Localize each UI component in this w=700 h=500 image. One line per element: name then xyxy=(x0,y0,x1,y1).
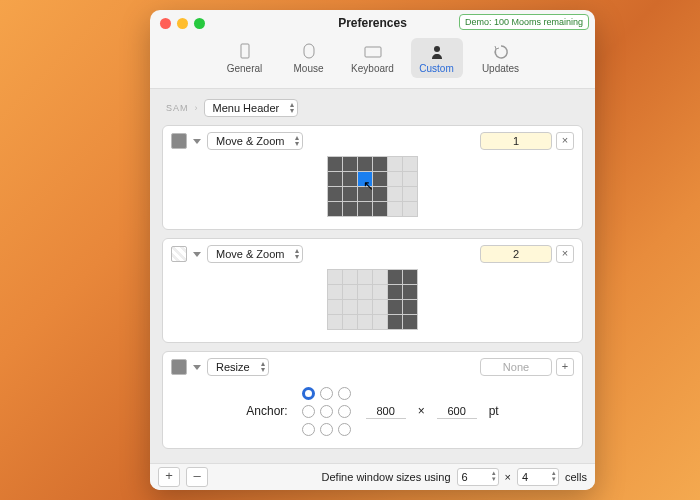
menu-header-popup[interactable]: Menu Header▴▾ xyxy=(204,99,299,117)
general-icon xyxy=(236,43,254,61)
grid-cell[interactable] xyxy=(358,187,372,201)
tab-custom[interactable]: Custom xyxy=(411,38,463,78)
grid-cell[interactable] xyxy=(388,300,402,314)
grid-cell[interactable] xyxy=(373,172,387,186)
cols-stepper[interactable]: 6▴▾ xyxy=(457,468,499,486)
anchor-radio[interactable] xyxy=(320,405,333,418)
grid-cell[interactable] xyxy=(403,285,417,299)
layout-grid[interactable] xyxy=(327,156,418,217)
grid-cell[interactable] xyxy=(373,285,387,299)
anchor-grid xyxy=(300,384,354,438)
grid-cell[interactable] xyxy=(358,285,372,299)
grid-cell[interactable] xyxy=(328,270,342,284)
grid-cell[interactable] xyxy=(328,187,342,201)
grid-cell[interactable] xyxy=(328,315,342,329)
tab-keyboard[interactable]: Keyboard xyxy=(347,38,399,78)
action-popup[interactable]: Resize▴▾ xyxy=(207,358,269,376)
hotkey-clear-button[interactable]: × xyxy=(556,132,574,150)
tab-updates[interactable]: Updates xyxy=(475,38,527,78)
grid-cell[interactable] xyxy=(328,172,342,186)
color-swatch[interactable] xyxy=(171,133,187,149)
breadcrumb: SAM › Menu Header▴▾ xyxy=(166,99,583,117)
grid-cell[interactable] xyxy=(388,172,402,186)
grid-cell[interactable] xyxy=(343,270,357,284)
disclosure-icon[interactable] xyxy=(193,139,201,144)
grid-cell[interactable] xyxy=(373,157,387,171)
hotkey-field[interactable]: 2 xyxy=(480,245,552,263)
grid-cell[interactable] xyxy=(343,157,357,171)
grid-cell[interactable] xyxy=(388,187,402,201)
grid-cell[interactable] xyxy=(343,172,357,186)
hotkey-field[interactable]: None xyxy=(480,358,552,376)
custom-row: Resize▴▾ None + Anchor: 800 × 600 pt xyxy=(162,351,583,449)
grid-cell[interactable] xyxy=(373,315,387,329)
chevron-right-icon: › xyxy=(195,103,198,113)
grid-cell[interactable] xyxy=(403,202,417,216)
grid-cell[interactable] xyxy=(373,202,387,216)
disclosure-icon[interactable] xyxy=(193,365,201,370)
anchor-radio[interactable] xyxy=(338,423,351,436)
anchor-label: Anchor: xyxy=(246,404,287,418)
anchor-radio[interactable] xyxy=(338,387,351,400)
grid-cell[interactable] xyxy=(343,315,357,329)
footer-suffix: cells xyxy=(565,471,587,483)
grid-cell[interactable] xyxy=(328,202,342,216)
action-popup[interactable]: Move & Zoom▴▾ xyxy=(207,245,303,263)
grid-cell[interactable] xyxy=(328,300,342,314)
grid-cell[interactable] xyxy=(328,157,342,171)
grid-cell[interactable] xyxy=(343,202,357,216)
hotkey-field[interactable]: 1 xyxy=(480,132,552,150)
grid-cell[interactable] xyxy=(403,187,417,201)
anchor-radio[interactable] xyxy=(338,405,351,418)
grid-cell[interactable] xyxy=(358,157,372,171)
grid-cell[interactable] xyxy=(403,270,417,284)
grid-cell[interactable] xyxy=(358,172,372,186)
grid-cell[interactable] xyxy=(373,187,387,201)
tab-mouse[interactable]: Mouse xyxy=(283,38,335,78)
rows-stepper[interactable]: 4▴▾ xyxy=(517,468,559,486)
grid-cell[interactable] xyxy=(343,285,357,299)
grid-cell[interactable] xyxy=(403,300,417,314)
hotkey-add-button[interactable]: + xyxy=(556,358,574,376)
demo-badge: Demo: 100 Mooms remaining xyxy=(459,14,589,30)
hotkey-clear-button[interactable]: × xyxy=(556,245,574,263)
svg-rect-1 xyxy=(304,44,314,58)
anchor-radio[interactable] xyxy=(320,387,333,400)
grid-cell[interactable] xyxy=(358,202,372,216)
grid-cell[interactable] xyxy=(343,300,357,314)
grid-cell[interactable] xyxy=(403,172,417,186)
updates-icon xyxy=(492,43,510,61)
mouse-icon xyxy=(300,43,318,61)
add-button[interactable]: + xyxy=(158,467,180,487)
grid-cell[interactable] xyxy=(373,300,387,314)
anchor-radio[interactable] xyxy=(302,387,315,400)
preferences-window: Preferences Demo: 100 Mooms remaining Ge… xyxy=(150,10,595,490)
grid-cell[interactable] xyxy=(388,202,402,216)
grid-cell[interactable] xyxy=(388,285,402,299)
anchor-radio[interactable] xyxy=(302,405,315,418)
grid-cell[interactable] xyxy=(388,315,402,329)
anchor-radio[interactable] xyxy=(320,423,333,436)
grid-cell[interactable] xyxy=(403,315,417,329)
grid-cell[interactable] xyxy=(388,157,402,171)
width-field[interactable]: 800 xyxy=(366,404,406,419)
layout-grid[interactable] xyxy=(327,269,418,330)
grid-cell[interactable] xyxy=(403,157,417,171)
grid-cell[interactable] xyxy=(358,270,372,284)
anchor-radio[interactable] xyxy=(302,423,315,436)
height-field[interactable]: 600 xyxy=(437,404,477,419)
disclosure-icon[interactable] xyxy=(193,252,201,257)
grid-cell[interactable] xyxy=(373,270,387,284)
grid-cell[interactable] xyxy=(358,300,372,314)
dimension-sep: × xyxy=(418,404,425,418)
color-swatch[interactable] xyxy=(171,359,187,375)
remove-button[interactable]: – xyxy=(186,467,208,487)
tab-general[interactable]: General xyxy=(219,38,271,78)
grid-cell[interactable] xyxy=(343,187,357,201)
svg-rect-0 xyxy=(241,44,249,58)
grid-cell[interactable] xyxy=(388,270,402,284)
action-popup[interactable]: Move & Zoom▴▾ xyxy=(207,132,303,150)
color-swatch[interactable] xyxy=(171,246,187,262)
grid-cell[interactable] xyxy=(328,285,342,299)
grid-cell[interactable] xyxy=(358,315,372,329)
